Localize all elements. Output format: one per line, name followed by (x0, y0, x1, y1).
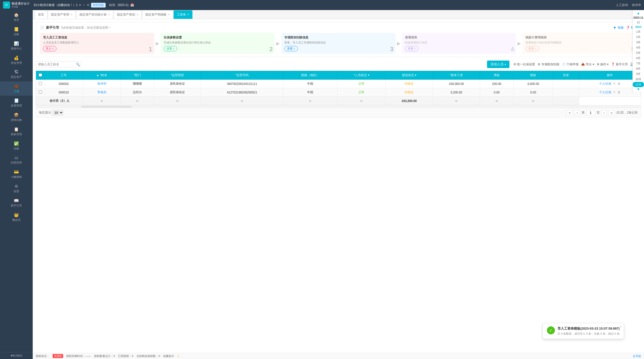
next-year-btn[interactable]: ▼ (637, 87, 640, 91)
month-4[interactable]: 4月 (633, 45, 644, 50)
month-1[interactable]: 1月 (633, 29, 644, 34)
close-salary-tab[interactable]: × (187, 13, 189, 16)
month-6[interactable]: 6月 (633, 56, 644, 61)
step-1-btn[interactable]: 导入 > (43, 46, 56, 51)
tab-depreciation[interactable]: 固定资产折旧统计表 × (76, 10, 113, 19)
row2-name[interactable]: 李俊杰 (83, 88, 120, 97)
guide-action[interactable]: ❓ 新手引导 (611, 62, 628, 67)
step-5-btn[interactable]: 查看 > (526, 46, 539, 51)
tax-filing-action[interactable]: 📄 个税申报 (562, 62, 579, 67)
sidebar-item-inventory[interactable]: 📦 进销台账 (0, 110, 33, 124)
row1-checkbox[interactable] (39, 82, 42, 85)
th-checkbox[interactable] (36, 71, 45, 80)
page-input[interactable] (586, 110, 595, 115)
row2-social-insurance[interactable]: 个人社保 (599, 90, 611, 94)
sidebar-item-closeout[interactable]: ✅ 结账 (0, 139, 33, 153)
account-dropdown-icon[interactable]: ▾ (79, 3, 81, 7)
ai-consult[interactable]: 人工咨询 (616, 3, 628, 7)
logo-text: 畅捷通好会计 专业版 (12, 2, 30, 8)
step-2-btn[interactable]: 设置 > (164, 46, 177, 51)
row2-report: 待报送 (386, 88, 433, 97)
close-detail-tab[interactable]: × (168, 13, 170, 16)
period-value[interactable]: 2023-11 (118, 3, 129, 7)
row2-checkbox[interactable] (39, 90, 42, 94)
close-depreciation-tab[interactable]: × (108, 13, 110, 16)
export-action[interactable]: 📤 导出 ▾ (581, 62, 594, 67)
month-9[interactable]: 9月 (633, 71, 644, 77)
add-person-btn[interactable]: 添加人员 ▾ (487, 61, 509, 68)
row1-delete-icon[interactable]: 🗑 (618, 82, 621, 85)
first-page-btn[interactable]: « (567, 110, 573, 115)
month-12[interactable]: 12 (633, 20, 644, 25)
guide-icon: 📖 (14, 198, 19, 203)
row1-action[interactable]: 个人社保 ✎ 🗑 (579, 80, 641, 88)
month-8[interactable]: 8月 (633, 66, 644, 71)
sidebar-item-salary[interactable]: 💼 工资 (0, 81, 33, 96)
per-page-selector[interactable]: 每页显示 10 20 50 (39, 110, 63, 116)
row2-idtype: 居民身份证 (154, 88, 201, 97)
sidebar-item-settings[interactable]: ⚙ 设置 (0, 181, 33, 196)
sidebar-item-archive[interactable]: 🗂 归档管理 (0, 153, 33, 167)
step-3-btn[interactable]: 查看 > (284, 46, 298, 51)
year-2023[interactable]: 2023 (633, 25, 644, 29)
month-7[interactable]: 7月 (633, 61, 644, 66)
select-all-checkbox[interactable] (39, 73, 42, 77)
month-2[interactable]: 2月 (633, 34, 644, 40)
top-up-link[interactable]: 去充值 (633, 354, 641, 358)
close-assets-tab[interactable]: × (71, 13, 72, 16)
sidebar-item-member[interactable]: 👑 畅会员 (0, 210, 33, 224)
calendar-icon[interactable]: 📅 (130, 3, 134, 7)
next-page-btn[interactable]: › (601, 110, 607, 115)
sidebar-item-guide[interactable]: 📖 新手引导 (0, 196, 33, 210)
row1-name[interactable]: 徐泽华 (83, 80, 120, 88)
tab-detail[interactable]: 固定资产明细账 × (142, 10, 173, 19)
horizontal-scrollbar[interactable] (36, 106, 641, 108)
sidebar-item-invoice[interactable]: 🧾 发票管理 (0, 96, 33, 110)
per-page-select[interactable]: 10 20 50 (52, 110, 63, 116)
toast-close-btn[interactable]: × (620, 325, 622, 329)
month-5[interactable]: 5月 (633, 50, 644, 56)
prev-page-btn[interactable]: ‹ (574, 110, 580, 115)
special-deduction-action[interactable]: ⚙ 专项附加扣除 (538, 62, 559, 67)
sidebar-item-funds[interactable]: 💰 资金管理 (0, 53, 33, 67)
month-11[interactable]: 11月 (633, 82, 644, 87)
search-input[interactable] (36, 61, 81, 67)
operations-action[interactable]: ⚙ 操作 ▾ (597, 62, 609, 67)
tab-assets[interactable]: 固定资产管理 × (48, 10, 76, 19)
step-4-btn[interactable]: 查看 > (405, 46, 418, 51)
sidebar-item-ledger[interactable]: 📒 总账 (0, 24, 33, 39)
sidebar-item-reports[interactable]: 📊 报表中心 (0, 39, 33, 53)
tab-salary[interactable]: 工资表 × (174, 10, 192, 19)
sidebar-item-home[interactable]: 🏠 首页 (0, 10, 33, 24)
tab-category[interactable]: 固定资产类别 × (114, 10, 142, 19)
settings-icon[interactable]: ⚙ (87, 3, 90, 7)
row1-social-insurance[interactable]: 个人社保 (599, 82, 611, 85)
sidebar-item-expense[interactable]: 💳 小畅报销 (0, 167, 33, 181)
close-category-tab[interactable]: × (137, 13, 138, 16)
row2-dept: 总经办 (121, 88, 154, 97)
row2-action[interactable]: 个人社保 ✎ 🗑 (579, 88, 641, 97)
row2-checkbox-cell[interactable] (36, 88, 45, 97)
social-insurance-action[interactable]: ⚙ 统一社保设置 (513, 62, 535, 67)
user-name[interactable]: 徐泽华 (632, 3, 641, 7)
account-name[interactable]: 刘小艳演示账套（勿删勿动！）1 (34, 3, 78, 7)
guide-video-btn[interactable]: ▶ 视频 (614, 26, 623, 30)
add-account-icon[interactable]: ＋ (82, 3, 85, 7)
last-page-btn[interactable]: » (608, 110, 615, 115)
search-icon[interactable]: 🔍 (76, 63, 80, 66)
row2-delete-icon[interactable]: 🗑 (618, 90, 621, 94)
row1-edit-icon[interactable]: ✎ (613, 82, 616, 85)
auth-total: 授权数量总计：0 (94, 354, 115, 358)
sidebar-item-tax[interactable]: 📋 税务管理 (0, 124, 33, 139)
row1-checkbox-cell[interactable] (36, 80, 45, 88)
month-3[interactable]: 3月 (633, 40, 644, 45)
month-10[interactable]: 10月 (633, 77, 644, 82)
row2-edit-icon[interactable]: ✎ (613, 90, 616, 94)
auth-expiry: 授权到期时间：—— (66, 354, 91, 358)
prev-year-btn[interactable]: ▲ (637, 11, 640, 15)
switch-version-btn[interactable]: 切到旧版 (91, 3, 106, 8)
tab-home[interactable]: 首页 (35, 10, 47, 19)
archive-icon: 🗂 (14, 156, 18, 160)
sidebar-item-assets[interactable]: 🏗 固定资产 (0, 67, 33, 81)
unpin-sidebar[interactable]: ◀取消固定 (0, 352, 33, 359)
